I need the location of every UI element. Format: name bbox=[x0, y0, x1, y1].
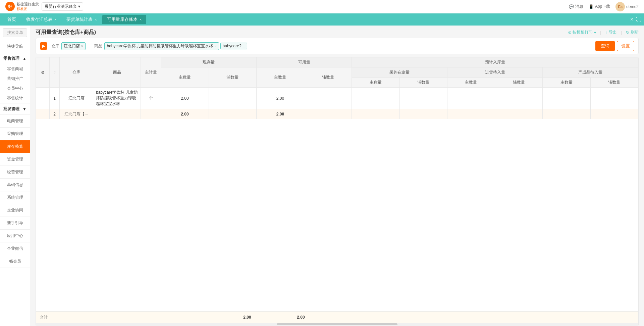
sidebar-item-system[interactable]: 系统管理 bbox=[0, 191, 30, 204]
user-area[interactable]: Ea demo2 bbox=[615, 2, 639, 11]
col-index: # bbox=[50, 57, 60, 88]
col-inbound-pending-group: 进货待入量 bbox=[447, 67, 543, 78]
col-gear[interactable]: ⚙ bbox=[36, 57, 50, 88]
sidebar-item-wechat[interactable]: 企业微信 bbox=[0, 242, 30, 255]
export-button[interactable]: ↑ 导出 bbox=[605, 30, 617, 35]
sidebar-item-member[interactable]: 会员中心 bbox=[0, 84, 30, 93]
sidebar-item-inventory[interactable]: 库存核算 bbox=[0, 140, 30, 153]
sidebar-item-quick-nav[interactable]: 快捷导航 bbox=[0, 42, 30, 51]
sidebar-item-member2[interactable]: 畅会员 bbox=[0, 255, 30, 268]
tab-receipts-label: 收发存汇总表 bbox=[26, 16, 52, 22]
page-actions: 🖨 按模板打印 ▾ | ↑ 导出 | ↻ 刷新 bbox=[567, 30, 639, 35]
tab-available-inventory-close-icon[interactable]: × bbox=[140, 17, 142, 21]
filter-bar: ▶ 仓库 江北门店 × ... 商品 babycare学饮杯 儿童防摔防撞吸管杯… bbox=[36, 38, 639, 54]
sidebar-section-retail-label: 零售管理 bbox=[3, 56, 19, 61]
scroll-handle[interactable] bbox=[277, 323, 397, 325]
product-tag-1-close-icon[interactable]: × bbox=[214, 44, 216, 48]
row-1-current-aux bbox=[209, 88, 256, 109]
data-table: ⚙ # 仓库 商品 主计量 现存量 可用量 预计入库量 主数量 辅 bbox=[36, 57, 638, 119]
summary-available-main: 2.00 bbox=[256, 109, 304, 119]
sidebar-item-finance[interactable]: 资金管理 bbox=[0, 153, 30, 166]
message-label: 消息 bbox=[575, 4, 583, 9]
summary-purchase-transit-aux bbox=[399, 109, 447, 119]
col-warehouse: 仓库 bbox=[60, 57, 93, 88]
app-download-action[interactable]: 📱 App下载 bbox=[589, 4, 610, 9]
sidebar-item-appstore[interactable]: 应用中心 bbox=[0, 230, 30, 242]
row-1-index: 1 bbox=[50, 88, 60, 109]
product-tag-1[interactable]: babycare学饮杯 儿童防摔防撞吸管杯重力球吸嘴杯宝宝水杯 × bbox=[104, 42, 219, 50]
sidebar-item-basic[interactable]: 基础信息 bbox=[0, 179, 30, 191]
search-menu-button[interactable]: 搜索菜单 bbox=[3, 28, 27, 37]
warehouse-more-indicator[interactable]: ... bbox=[87, 44, 90, 48]
tab-receipts[interactable]: 收发存汇总表 × bbox=[21, 15, 61, 24]
setting-button[interactable]: 设置 bbox=[617, 41, 634, 51]
refresh-button[interactable]: ↻ 刷新 bbox=[626, 30, 639, 35]
col-inbound-pending-aux: 辅数量 bbox=[495, 78, 543, 88]
table-scroll-area[interactable]: ⚙ # 仓库 商品 主计量 现存量 可用量 预计入库量 主数量 辅 bbox=[36, 57, 638, 311]
summary-gear bbox=[36, 109, 50, 119]
total-row: 合计 2.00 2.00 bbox=[36, 311, 638, 323]
table-wrapper: ⚙ # 仓库 商品 主计量 现存量 可用量 预计入库量 主数量 辅 bbox=[36, 57, 639, 326]
template-print-button[interactable]: 🖨 按模板打印 ▾ bbox=[567, 30, 596, 35]
nav-tabs: 首页 收发存汇总表 × 要货单统计表 × 可用量库存账本 × × ⛶ bbox=[0, 13, 644, 26]
col-current-aux: 辅数量 bbox=[209, 67, 256, 88]
export-icon: ↑ bbox=[605, 30, 607, 35]
col-purchase-transit-main: 主数量 bbox=[352, 78, 399, 88]
tab-purchase-orders-label: 要货单统计表 bbox=[66, 16, 93, 22]
main-layout: 搜索菜单 快捷导航 零售管理 ▲ 零售商城 营销推广 会员中心 零售统计 批发管… bbox=[0, 26, 644, 326]
col-current-main: 主数量 bbox=[161, 67, 209, 88]
product-tag-2[interactable]: babycare?... bbox=[220, 43, 247, 49]
top-bar-left: 好 畅捷通好生意 标准版 母婴行业演示账套 ▾ bbox=[5, 2, 83, 11]
summary-unit bbox=[141, 109, 161, 119]
filter-expand-button[interactable]: ▶ bbox=[40, 42, 47, 50]
sidebar-item-retail-stats[interactable]: 零售统计 bbox=[0, 93, 30, 103]
warehouse-tag-close-icon[interactable]: × bbox=[81, 44, 83, 48]
tab-home[interactable]: 首页 bbox=[3, 15, 21, 24]
nav-fullscreen-icon[interactable]: ⛶ bbox=[636, 16, 641, 22]
tab-available-inventory[interactable]: 可用量库存账本 × bbox=[102, 15, 146, 24]
row-1-inbound-pending-aux bbox=[495, 88, 543, 109]
row-1-purchase-transit-main bbox=[352, 88, 399, 109]
query-button[interactable]: 查询 bbox=[595, 41, 615, 51]
logo-area: 好 畅捷通好生意 标准版 bbox=[5, 2, 39, 11]
message-icon: 💬 bbox=[569, 4, 574, 9]
nav-close-icon[interactable]: × bbox=[630, 16, 633, 22]
tab-purchase-orders[interactable]: 要货单统计表 × bbox=[62, 15, 101, 24]
total-label: 合计 bbox=[36, 315, 234, 320]
tab-purchase-orders-close-icon[interactable]: × bbox=[95, 17, 97, 21]
summary-finished-pending-aux bbox=[590, 109, 638, 119]
tab-receipts-close-icon[interactable]: × bbox=[54, 17, 56, 21]
table-summary-row: 2 江北门店【... 2.00 2.00 bbox=[36, 109, 638, 119]
action-separator2: | bbox=[621, 30, 622, 35]
message-action[interactable]: 💬 消息 bbox=[569, 4, 583, 9]
sidebar-item-enterprise[interactable]: 企业协同 bbox=[0, 204, 30, 217]
logo-tag: 标准版 bbox=[17, 7, 39, 11]
row-1-unit: 个 bbox=[141, 88, 161, 109]
nav-tabs-right: × ⛶ bbox=[630, 16, 644, 22]
product-tag-2-text: babycare?... bbox=[223, 44, 245, 48]
row-1-gear bbox=[36, 88, 50, 109]
row-1-warehouse: 江北门店 bbox=[60, 88, 93, 109]
quick-nav-area: 快捷导航 bbox=[0, 40, 30, 53]
user-name: demo2 bbox=[626, 4, 639, 9]
sidebar-item-marketing[interactable]: 营销推广 bbox=[0, 74, 30, 84]
content-area: 可用量查询(按仓库+商品) 🖨 按模板打印 ▾ | ↑ 导出 | ↻ 刷新 bbox=[30, 26, 644, 326]
refresh-label: 刷新 bbox=[631, 30, 639, 35]
sidebar-item-ecom[interactable]: 电商管理 bbox=[0, 115, 30, 128]
sidebar-section-retail: 零售管理 ▲ 零售商城 营销推广 会员中心 零售统计 bbox=[0, 53, 30, 103]
total-current-aux bbox=[261, 315, 287, 320]
col-forecast-group: 预计入库量 bbox=[352, 57, 638, 67]
sidebar-section-retail-title[interactable]: 零售管理 ▲ bbox=[0, 53, 30, 64]
sidebar-search-area: 搜索菜单 bbox=[0, 26, 30, 40]
sidebar-item-purchase[interactable]: 采购管理 bbox=[0, 128, 30, 140]
industry-selector[interactable]: 母婴行业演示账套 ▾ bbox=[42, 2, 83, 11]
total-available-main: 2.00 bbox=[287, 315, 314, 320]
warehouse-tag[interactable]: 江北门店 × bbox=[61, 42, 86, 50]
sidebar-item-retail-mall[interactable]: 零售商城 bbox=[0, 64, 30, 74]
filter-actions: 查询 设置 bbox=[595, 41, 634, 51]
row-1-available-aux bbox=[304, 88, 352, 109]
sidebar-section-wholesale-title[interactable]: 批发管理 ▼ bbox=[0, 103, 30, 114]
sidebar-item-operations[interactable]: 经营管理 bbox=[0, 166, 30, 179]
sidebar-item-guide[interactable]: 新手引导 bbox=[0, 217, 30, 230]
horizontal-scrollbar[interactable] bbox=[36, 323, 638, 326]
